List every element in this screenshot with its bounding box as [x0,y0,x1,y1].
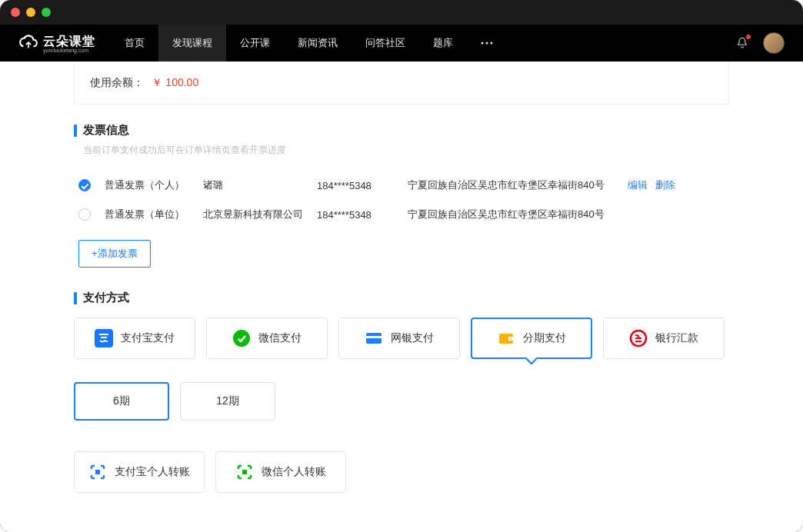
term-6[interactable]: 6期 [74,382,169,421]
maximize-window-dot[interactable] [42,8,51,17]
bank-card-icon [365,329,383,347]
pay-label: 支付宝支付 [121,331,175,345]
transfer-wechat[interactable]: 微信个人转账 [215,451,346,493]
nav-qa[interactable]: 问答社区 [352,25,419,62]
transfer-label: 支付宝个人转账 [115,465,190,479]
nav-news[interactable]: 新闻资讯 [284,25,352,62]
logo-subtext: yunduoketang.com [43,48,95,53]
page-content: 使用余额： ￥ 100.00 发票信息 当前订单支付成功后可在订单详情页查看开票… [0,62,803,532]
payment-title: 支付方式 [74,291,729,305]
pay-label: 分期支付 [523,331,566,345]
svg-point-2 [491,42,493,45]
delete-link[interactable]: 删除 [655,178,675,192]
invoice-address: 宁夏回族自治区吴忠市红寺堡区幸福街840号 [408,208,605,221]
pay-bank[interactable]: 网银支付 [338,318,460,359]
pay-installment[interactable]: 分期支付 [471,318,592,359]
invoice-phone: 184****5348 [317,180,394,191]
remit-icon [629,329,648,347]
pay-label: 微信支付 [258,331,302,345]
pay-label: 银行汇款 [655,331,698,345]
close-window-dot[interactable] [11,8,20,17]
svg-point-0 [481,42,484,45]
more-icon [481,42,493,45]
nav-right [735,32,785,54]
pay-label: 网银支付 [391,331,434,345]
invoice-section: 发票信息 当前订单支付成功后可在订单详情页查看开票进度 普通发票（个人） 诸璐 … [74,123,729,268]
radio-checked-icon[interactable] [78,179,91,191]
invoice-name: 北京昱新科技有限公司 [203,208,303,221]
scan-green-icon [235,463,254,481]
invoice-actions: 编辑 删除 [628,178,675,192]
invoice-name: 诸璐 [203,178,303,192]
minimize-window-dot[interactable] [26,8,35,17]
invoice-type: 普通发票（个人） [105,178,189,192]
balance-label: 使用余额： [90,76,144,88]
edit-link[interactable]: 编辑 [628,178,648,192]
term-12[interactable]: 12期 [180,382,275,421]
add-invoice-button[interactable]: +添加发票 [78,240,151,268]
pay-alipay[interactable]: 支付宝支付 [74,318,195,359]
nav-public[interactable]: 公开课 [226,25,284,62]
svg-rect-3 [95,329,113,347]
nav-home[interactable]: 首页 [111,25,158,62]
balance-amount: ￥ 100.00 [152,76,198,88]
invoice-phone: 184****5348 [317,209,394,221]
svg-point-9 [510,338,511,340]
svg-rect-6 [366,336,382,338]
app-window: 云朵课堂 yunduoketang.com 首页 发现课程 公开课 新闻资讯 问… [0,0,803,532]
user-avatar[interactable] [763,32,785,54]
notification-bell[interactable] [735,36,749,50]
invoice-row-personal[interactable]: 普通发票（个人） 诸璐 184****5348 宁夏回族自治区吴忠市红寺堡区幸福… [74,171,729,200]
window-titlebar [0,0,803,25]
invoice-row-company[interactable]: 普通发票（单位） 北京昱新科技有限公司 184****5348 宁夏回族自治区吴… [74,200,729,229]
cloud-logo-icon [18,33,38,53]
svg-rect-12 [242,470,247,474]
wechat-icon [232,329,251,347]
transfer-alipay[interactable]: 支付宝个人转账 [74,451,205,493]
nav-bank[interactable]: 题库 [419,25,467,62]
transfer-row: 支付宝个人转账 微信个人转账 [74,451,729,493]
payment-methods-row: 支付宝支付 微信支付 网银支付 分期支付 银行汇款 [74,318,729,359]
transfer-label: 微信个人转账 [262,465,326,479]
invoice-subtitle: 当前订单支付成功后可在订单详情页查看开票进度 [74,144,729,157]
payment-section: 支付方式 支付宝支付 微信支付 网银支付 分期支付 [74,291,729,493]
svg-rect-11 [95,470,100,474]
svg-point-4 [233,330,250,347]
svg-point-1 [486,42,488,45]
pay-remit[interactable]: 银行汇款 [603,318,725,359]
nav-more[interactable] [467,25,507,62]
installment-terms-row: 6期 12期 [74,382,729,421]
invoice-title: 发票信息 [74,123,729,138]
wallet-icon [497,329,515,347]
invoice-type: 普通发票（单位） [105,208,189,221]
pay-wechat[interactable]: 微信支付 [206,318,328,359]
notification-dot-icon [746,35,751,39]
top-navigation: 云朵课堂 yunduoketang.com 首页 发现课程 公开课 新闻资讯 问… [0,25,803,62]
nav-discover[interactable]: 发现课程 [158,25,226,62]
nav-items: 首页 发现课程 公开课 新闻资讯 问答社区 题库 [111,25,507,62]
scan-blue-icon [88,463,107,481]
alipay-icon [95,329,113,347]
radio-unchecked-icon[interactable] [78,208,91,221]
balance-box: 使用余额： ￥ 100.00 [74,62,729,105]
invoice-address: 宁夏回族自治区吴忠市红寺堡区幸福街840号 [408,178,605,192]
logo[interactable]: 云朵课堂 yunduoketang.com [18,33,95,53]
